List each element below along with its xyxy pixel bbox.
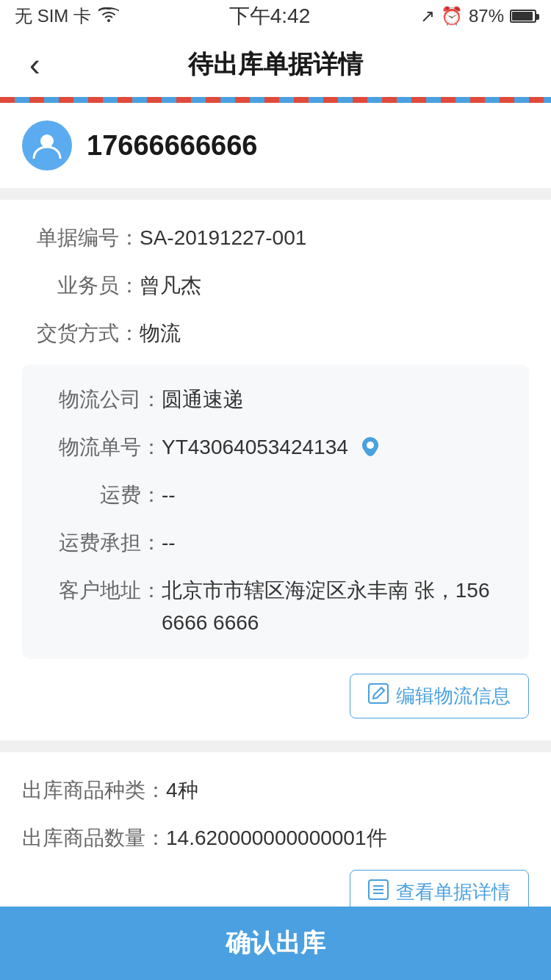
sales-rep-label: 业务员： bbox=[22, 270, 140, 303]
status-left: 无 SIM 卡 bbox=[15, 4, 119, 28]
order-no-label: 单据编号： bbox=[22, 222, 140, 255]
user-phone: 17666666666 bbox=[87, 130, 257, 162]
tracking-no-row: 物流单号： YT43064053424134 bbox=[44, 431, 507, 464]
logistics-box: 物流公司： 圆通速递 物流单号： YT43064053424134 运费： --… bbox=[22, 364, 529, 659]
order-no-value: SA-20191227-001 bbox=[140, 222, 529, 255]
edit-logistics-button[interactable]: 编辑物流信息 bbox=[350, 674, 529, 718]
sales-rep-row: 业务员： 曾凡杰 bbox=[22, 270, 529, 303]
freight-bearer-label: 运费承担： bbox=[44, 527, 162, 560]
edit-logistics-label: 编辑物流信息 bbox=[396, 683, 511, 709]
delivery-method-row: 交货方式： 物流 bbox=[22, 317, 529, 350]
delivery-method-label: 交货方式： bbox=[22, 317, 140, 350]
order-no-row: 单据编号： SA-20191227-001 bbox=[22, 222, 529, 255]
svg-point-2 bbox=[367, 442, 374, 449]
battery-label: 87% bbox=[469, 6, 504, 26]
wifi-icon bbox=[98, 6, 119, 26]
freight-bearer-value: -- bbox=[162, 527, 507, 560]
delivery-method-value: 物流 bbox=[140, 317, 529, 350]
status-bar: 无 SIM 卡 下午4:42 ↗ ⏰ 87% bbox=[0, 0, 551, 32]
back-button[interactable]: ‹ bbox=[22, 39, 48, 90]
types-value: 4种 bbox=[166, 774, 529, 807]
alarm-icon: ⏰ bbox=[441, 6, 463, 26]
status-right: ↗ ⏰ 87% bbox=[420, 6, 536, 26]
freight-label: 运费： bbox=[44, 479, 162, 512]
company-value: 圆通速递 bbox=[162, 383, 507, 417]
nav-bar: ‹ 待出库单据详情 bbox=[0, 32, 551, 97]
confirm-button[interactable]: 确认出库 bbox=[0, 907, 551, 980]
quantity-value: 14.620000000000001件 bbox=[166, 822, 529, 855]
svg-point-0 bbox=[40, 134, 54, 148]
types-row: 出库商品种类： 4种 bbox=[22, 774, 529, 807]
tracking-no-value: YT43064053424134 bbox=[162, 431, 507, 464]
location-icon: ↗ bbox=[420, 6, 435, 26]
user-header: 17666666666 bbox=[0, 103, 551, 188]
types-label: 出库商品种类： bbox=[22, 774, 166, 807]
time-label: 下午4:42 bbox=[229, 2, 311, 30]
address-value: 北京市市辖区海淀区永丰南 张，156 6666 6666 bbox=[162, 574, 507, 641]
freight-row: 运费： -- bbox=[44, 479, 507, 512]
freight-value: -- bbox=[162, 479, 507, 512]
sales-rep-value: 曾凡杰 bbox=[140, 270, 529, 303]
address-label: 客户地址： bbox=[44, 574, 162, 608]
quantity-row: 出库商品数量： 14.620000000000001件 bbox=[22, 822, 529, 855]
svg-rect-3 bbox=[369, 684, 388, 703]
address-row: 客户地址： 北京市市辖区海淀区永丰南 张，156 6666 6666 bbox=[44, 574, 507, 641]
freight-bearer-row: 运费承担： -- bbox=[44, 527, 507, 560]
dashed-divider bbox=[0, 97, 551, 103]
battery-icon bbox=[510, 10, 536, 23]
quantity-label: 出库商品数量： bbox=[22, 822, 166, 855]
view-detail-label: 查看单据详情 bbox=[396, 879, 511, 905]
company-row: 物流公司： 圆通速递 bbox=[44, 383, 507, 417]
list-icon bbox=[368, 879, 389, 905]
edit-btn-container: 编辑物流信息 bbox=[22, 674, 529, 718]
company-label: 物流公司： bbox=[44, 383, 162, 417]
tracking-no-label: 物流单号： bbox=[44, 431, 162, 464]
avatar bbox=[22, 120, 72, 170]
basic-info-section: 单据编号： SA-20191227-001 业务员： 曾凡杰 交货方式： 物流 … bbox=[0, 200, 551, 741]
location-pin-icon[interactable] bbox=[357, 435, 383, 461]
carrier-label: 无 SIM 卡 bbox=[15, 4, 91, 28]
page-title: 待出库单据详情 bbox=[188, 48, 363, 82]
edit-icon bbox=[368, 683, 389, 709]
confirm-btn-label: 确认出库 bbox=[226, 926, 325, 960]
